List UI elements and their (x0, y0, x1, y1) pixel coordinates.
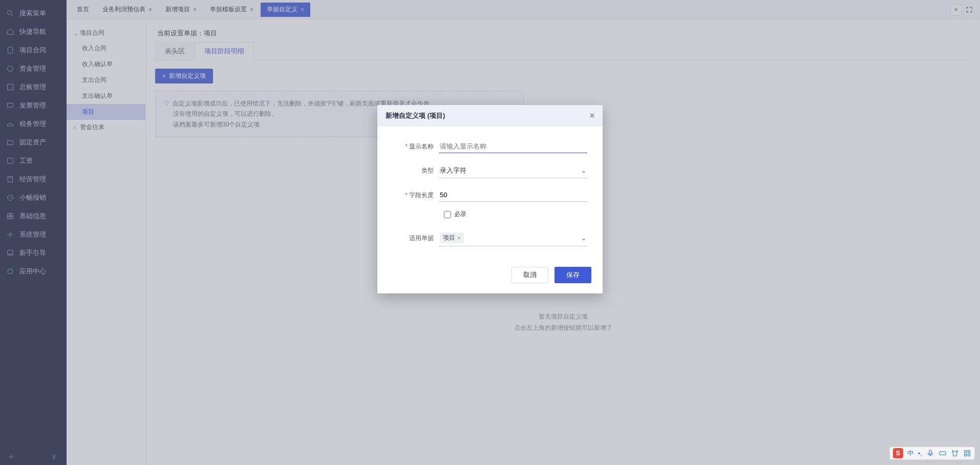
ime-lang[interactable]: 中 (907, 449, 914, 458)
ime-keyboard-icon[interactable] (939, 449, 947, 457)
ime-punct-icon[interactable]: •, (918, 450, 922, 457)
applicable-tag: 项目 × (440, 233, 464, 243)
cancel-button[interactable]: 取消 (512, 267, 548, 283)
type-select[interactable]: 录入字符 ⌄ (439, 163, 587, 178)
field-label: 字段长度 (409, 192, 434, 199)
svg-rect-27 (968, 454, 970, 456)
svg-rect-26 (965, 454, 967, 456)
modal-title: 新增自定义项 (项目) (386, 111, 445, 120)
ime-mic-icon[interactable] (926, 449, 934, 457)
ime-logo-icon: S (893, 448, 903, 458)
display-name-field[interactable] (439, 140, 587, 153)
type-value: 录入字符 (440, 166, 466, 175)
chevron-down-icon: ⌄ (581, 235, 586, 242)
ime-skin-icon[interactable] (951, 449, 959, 457)
mandatory-label: 必录 (454, 210, 466, 219)
field-length-input[interactable] (439, 188, 587, 202)
save-button[interactable]: 保存 (555, 267, 591, 283)
applicable-field[interactable]: 项目 × ⌄ (439, 230, 587, 246)
type-field[interactable]: 录入字符 ⌄ (439, 163, 587, 178)
field-label: 显示名称 (409, 143, 434, 150)
field-length-field[interactable] (439, 188, 587, 202)
ime-tools-icon[interactable] (963, 449, 971, 457)
applicable-select[interactable]: 项目 × ⌄ (439, 230, 587, 246)
tag-remove-icon[interactable]: × (457, 235, 461, 242)
field-label: 适用单据 (409, 235, 434, 242)
modal-add-custom: 新增自定义项 (项目) × *显示名称 类型 录入字符 ⌄ *字段长度 (377, 105, 603, 293)
chevron-down-icon: ⌄ (581, 167, 586, 174)
modal-header: 新增自定义项 (项目) × (377, 105, 603, 126)
ime-toolbar[interactable]: S 中 •, (889, 447, 975, 460)
svg-rect-22 (929, 450, 931, 454)
mandatory-checkbox[interactable] (444, 211, 451, 218)
svg-rect-23 (940, 452, 946, 455)
svg-rect-24 (965, 451, 967, 453)
svg-rect-25 (968, 451, 970, 453)
tag-label: 项目 (443, 234, 455, 242)
display-name-input[interactable] (439, 140, 587, 153)
field-label: 类型 (421, 167, 434, 174)
modal-close-button[interactable]: × (590, 111, 594, 120)
